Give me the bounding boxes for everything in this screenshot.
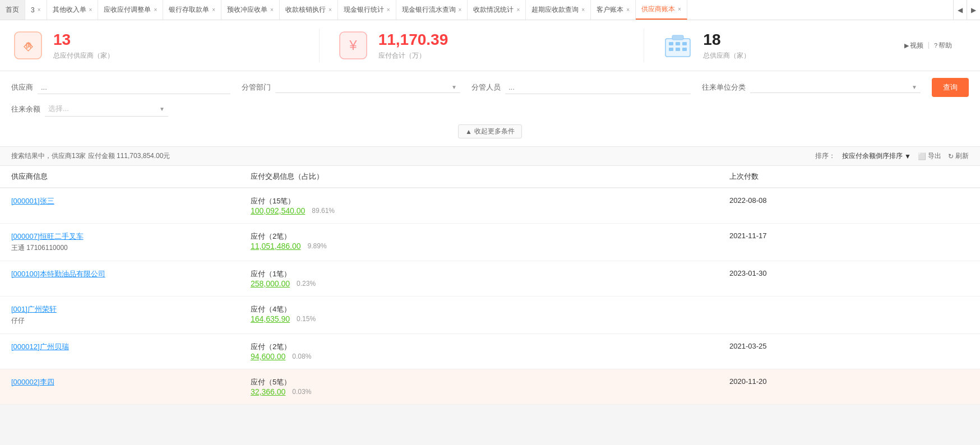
nav-bank-label: 银行存取款单 [169,5,209,15]
category-arrow-icon: ▼ [912,84,917,90]
supplier-sub: 仔仔 [11,316,251,326]
filter-row-2: 往来余额 选择... ▼ [11,101,969,117]
sort-selector[interactable]: 按应付余额倒序排序 ▼ [842,151,911,161]
filter-person: 分管人员 [471,81,691,94]
nav-collection-label: 收款核销执行 [285,5,326,15]
video-link[interactable]: 视频 [910,41,923,50]
nav-arrow-right[interactable]: ▶ [967,0,980,20]
balance-label: 往来余额 [11,104,40,114]
nav-customer-label: 客户账本 [597,5,623,15]
refresh-icon: ↻ [948,152,954,160]
supplier-cell: [001]广州荣轩 仔仔 [11,304,251,326]
lastpay-cell: 2021-03-25 [729,342,969,350]
payable-amount[interactable]: 11,051,486.00 [251,242,301,251]
supplier-link[interactable]: [000007]恒旺二手叉车 [11,231,251,242]
table-header: 供应商信息 应付交易信息（占比） 上次付数 [0,166,980,188]
payable-amount[interactable]: 164,635.90 [251,314,290,323]
payable-count: 应付（15笔） [251,196,729,206]
filter-category: 往来单位分类 ▼ [702,82,921,93]
refresh-button[interactable]: ↻ 刷新 [948,151,969,161]
svg-text:供: 供 [25,42,32,49]
stat-links: ▶ 视频 | ? 帮助 [893,41,952,50]
svg-rect-10 [676,48,680,51]
nav-collection-exec[interactable]: 收款核销执行 × [280,0,338,20]
filter-balance: 往来余额 选择... ▼ [11,101,168,117]
nav-cash-flow-close[interactable]: × [459,7,462,13]
nav-collection-stat[interactable]: 收款情况统计 × [468,0,526,20]
supplier-link[interactable]: [000100]本特勤油品有限公司 [11,269,251,279]
nav-supplier-label: 供应商账本 [641,4,675,14]
nav-collection-close[interactable]: × [329,7,332,13]
nav-supplier-close[interactable]: × [678,6,681,12]
nav-ar-ap-close[interactable]: × [154,7,157,13]
nav-cash-bank-stat[interactable]: 现金银行统计 × [338,0,396,20]
stat1-number: 13 [53,30,302,49]
nav-advance-close[interactable]: × [270,7,274,13]
supplier-input[interactable] [38,81,230,94]
last-pay-date: 2020-11-20 [729,377,767,386]
payable-cell: 应付（4笔） 164,635.90 0.15% [251,304,729,323]
nav-overdue-close[interactable]: × [581,7,585,13]
payable-amount[interactable]: 100,092,540.00 [251,206,305,215]
data-table: 供应商信息 应付交易信息（占比） 上次付数 [000001]张三 应付（15笔）… [0,166,980,405]
nav-customer-ledger[interactable]: 客户账本 × [591,0,636,20]
stat2-icon: ¥ [336,29,370,62]
results-summary: 搜索结果中，供应商13家 应付金额 111,703,854.00元 [11,151,170,161]
nav-bank-close[interactable]: × [212,7,215,13]
nav-tab3[interactable]: 3 × [25,0,47,20]
help-link[interactable]: 帮助 [939,41,952,50]
table-row: [000007]恒旺二手叉车 王通 17106110000 应付（2笔） 11,… [0,224,980,261]
payable-count: 应付（1笔） [251,269,729,279]
nav-advance-label: 预收冲应收单 [227,5,267,15]
query-button[interactable]: 查询 [932,78,969,97]
payable-amount[interactable]: 32,366.00 [251,387,285,396]
supplier-sub: 王通 17106110000 [11,243,251,253]
supplier-label: 供应商 [11,82,33,92]
nav-other-income-close[interactable]: × [89,7,93,13]
payable-pct: 9.89% [308,242,327,250]
nav-overdue-ar[interactable]: 超期应收款查询 × [526,0,591,20]
nav-bank-deposit[interactable]: 银行存取款单 × [163,0,221,20]
dept-select[interactable]: ▼ [275,82,461,93]
supplier-link[interactable]: [001]广州荣轩 [11,304,251,314]
nav-ar-ap-adjust[interactable]: 应收应付调整单 × [98,0,163,20]
collapse-button[interactable]: ▲ 收起更多条件 [458,124,522,138]
nav-other-income[interactable]: 其他收入单 × [47,0,99,20]
person-input[interactable] [505,81,691,94]
payable-amount[interactable]: 258,000.00 [251,279,290,288]
export-button[interactable]: ⬜ 导出 [918,151,941,161]
nav-supplier-ledger[interactable]: 供应商账本 × [636,0,687,20]
payable-cell: 应付（15笔） 100,092,540.00 89.61% [251,196,729,215]
nav-coll-stat-close[interactable]: × [516,7,520,13]
nav-overdue-label: 超期应收款查询 [531,5,579,15]
category-select[interactable]: ▼ [750,82,921,93]
nav-cash-bank-flow[interactable]: 现金银行流水查询 × [396,0,468,20]
nav-home[interactable]: 首页 [0,0,25,20]
nav-cash-flow-label: 现金银行流水查询 [402,5,456,15]
stat2-label: 应付合计（万） [378,51,627,61]
balance-select[interactable]: 选择... ▼ [45,101,168,117]
stat-total-suppliers: 18 总供应商（家） ▶ 视频 | ? 帮助 [644,29,969,62]
payable-count: 应付（5笔） [251,377,729,387]
payable-pct: 89.61% [312,207,335,215]
supplier-link[interactable]: [000001]张三 [11,196,251,206]
nav-cash-stat-close[interactable]: × [387,7,390,13]
collapse-row: ▲ 收起更多条件 [11,121,969,140]
nav-customer-close[interactable]: × [626,7,630,13]
supplier-link[interactable]: [000012]广州贝瑞 [11,342,251,352]
nav-arrow-left[interactable]: ◀ [953,0,967,20]
table-row: [000002]李四 应付（5笔） 32,366.00 0.03% 2020-1… [0,369,980,405]
table-row: [000100]本特勤油品有限公司 应付（1笔） 258,000.00 0.23… [0,261,980,296]
payable-count: 应付（2笔） [251,231,729,242]
filter-dept: 分管部门 ▼ [242,82,461,93]
lastpay-cell: 2022-08-08 [729,196,969,205]
supplier-link[interactable]: [000002]李四 [11,377,251,387]
stat3-number: 18 [703,30,893,49]
balance-arrow-icon: ▼ [159,106,165,112]
nav-advance-ar[interactable]: 预收冲应收单 × [221,0,280,20]
col-payable-header: 应付交易信息（占比） [251,171,729,182]
person-label: 分管人员 [471,82,501,92]
payable-amount[interactable]: 94,600.00 [251,352,285,361]
nav-tab3-close[interactable]: × [38,7,41,13]
payable-pct: 0.08% [292,353,311,360]
